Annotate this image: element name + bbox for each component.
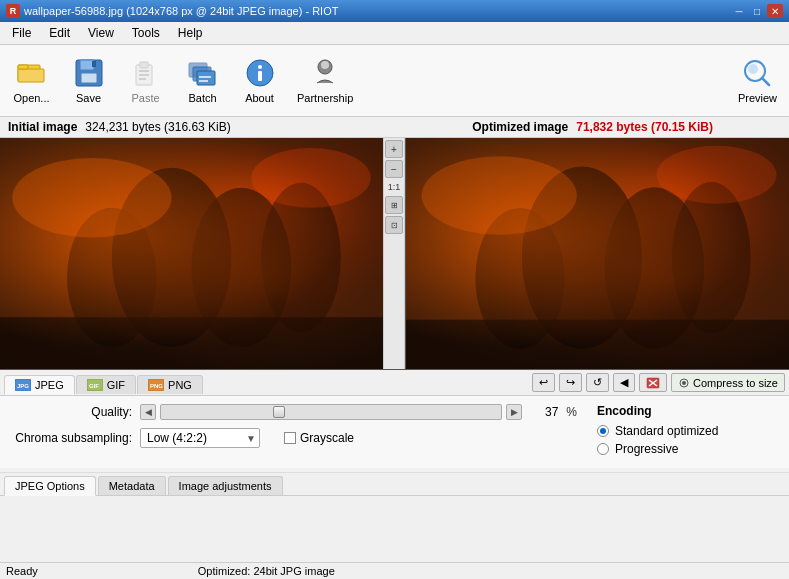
tab-image-adjustments[interactable]: Image adjustments bbox=[168, 476, 283, 495]
zoom-in-button[interactable]: + bbox=[385, 140, 403, 158]
actual-size-button[interactable]: ⊡ bbox=[385, 216, 403, 234]
about-label: About bbox=[245, 92, 274, 104]
tab-metadata-label: Metadata bbox=[109, 480, 155, 492]
tab-png[interactable]: PNG PNG bbox=[137, 375, 203, 394]
image-panel-right bbox=[405, 138, 789, 369]
batch-label: Batch bbox=[188, 92, 216, 104]
chroma-label: Chroma subsampling: bbox=[12, 431, 132, 445]
svg-rect-15 bbox=[199, 76, 211, 78]
svg-point-23 bbox=[748, 64, 758, 74]
zoom-out-button[interactable]: − bbox=[385, 160, 403, 178]
grayscale-checkbox[interactable]: Grayscale bbox=[284, 431, 354, 445]
preview-label: Preview bbox=[738, 92, 777, 104]
initial-size: 324,231 bytes (316.63 KiB) bbox=[85, 120, 230, 134]
side-controls: + − 1:1 ⊞ ⊡ bbox=[383, 138, 405, 369]
back-icon: ◀ bbox=[620, 376, 628, 389]
quality-slider-container: ◀ ▶ bbox=[140, 404, 522, 420]
encoding-progressive-label: Progressive bbox=[615, 442, 678, 456]
reset-icon: ↺ bbox=[593, 376, 602, 389]
encoding-label: Encoding bbox=[597, 404, 777, 418]
save-button[interactable]: Save bbox=[61, 51, 116, 111]
quality-value: 37 bbox=[530, 405, 558, 419]
tab-jpeg-label: JPEG bbox=[35, 379, 64, 391]
x-icon bbox=[646, 377, 660, 389]
optimized-label: Optimized image bbox=[472, 120, 568, 134]
paste-label: Paste bbox=[131, 92, 159, 104]
tab-png-label: PNG bbox=[168, 379, 192, 391]
app-icon: R bbox=[6, 4, 20, 18]
jpeg-icon: JPG bbox=[15, 379, 31, 391]
svg-rect-5 bbox=[81, 73, 97, 83]
quality-slider[interactable] bbox=[160, 404, 502, 420]
preview-button[interactable]: Preview bbox=[730, 51, 785, 111]
format-tabs-bar: JPG JPEG GIF GIF PNG PNG ↩ ↪ ↺ ◀ bbox=[0, 370, 789, 396]
partnership-button[interactable]: Partnership bbox=[289, 51, 361, 111]
title-bar: R wallpaper-56988.jpg (1024x768 px @ 24b… bbox=[0, 0, 789, 22]
image-area: + − 1:1 ⊞ ⊡ bbox=[0, 138, 789, 370]
compress-button[interactable]: Compress to size bbox=[671, 373, 785, 392]
toolbar: Open... Save Paste bbox=[0, 45, 789, 117]
gear-icon bbox=[678, 377, 690, 389]
tab-jpeg-options-label: JPEG Options bbox=[15, 480, 85, 492]
menu-tools[interactable]: Tools bbox=[124, 24, 168, 42]
svg-rect-2 bbox=[18, 65, 28, 69]
svg-rect-10 bbox=[139, 74, 149, 76]
maximize-button[interactable]: □ bbox=[749, 4, 765, 18]
svg-rect-6 bbox=[92, 61, 96, 67]
quality-slider-right-arrow[interactable]: ▶ bbox=[506, 404, 522, 420]
open-button[interactable]: Open... bbox=[4, 51, 59, 111]
menu-file[interactable]: File bbox=[4, 24, 39, 42]
encoding-progressive-option[interactable]: Progressive bbox=[597, 442, 777, 456]
encoding-progressive-radio[interactable] bbox=[597, 443, 609, 455]
tab-gif[interactable]: GIF GIF bbox=[76, 375, 136, 394]
menu-help[interactable]: Help bbox=[170, 24, 211, 42]
status-optimized: Optimized: 24bit JPG image bbox=[198, 565, 335, 577]
quality-slider-left-arrow[interactable]: ◀ bbox=[140, 404, 156, 420]
menu-view[interactable]: View bbox=[80, 24, 122, 42]
quality-label: Quality: bbox=[12, 405, 132, 419]
svg-point-18 bbox=[258, 65, 262, 69]
redo-icon: ↪ bbox=[566, 376, 575, 389]
svg-rect-4 bbox=[80, 60, 94, 70]
about-button[interactable]: About bbox=[232, 51, 287, 111]
redo-button[interactable]: ↪ bbox=[559, 373, 582, 392]
delete-button[interactable] bbox=[639, 373, 667, 392]
paste-button[interactable]: Paste bbox=[118, 51, 173, 111]
batch-button[interactable]: Batch bbox=[175, 51, 230, 111]
status-bar: Ready Optimized: 24bit JPG image bbox=[0, 562, 789, 579]
back-button[interactable]: ◀ bbox=[613, 373, 635, 392]
tab-jpeg-options[interactable]: JPEG Options bbox=[4, 476, 96, 496]
chroma-select[interactable]: Low (4:2:2) Medium (4:2:0) High (4:4:4) … bbox=[140, 428, 260, 448]
svg-line-24 bbox=[762, 78, 769, 85]
tab-gif-label: GIF bbox=[107, 379, 125, 391]
encoding-standard-radio[interactable] bbox=[597, 425, 609, 437]
svg-text:JPG: JPG bbox=[17, 383, 29, 389]
status-ready: Ready bbox=[6, 565, 38, 577]
reset-button[interactable]: ↺ bbox=[586, 373, 609, 392]
window-title: wallpaper-56988.jpg (1024x768 px @ 24bit… bbox=[24, 5, 338, 17]
info-bar: Initial image 324,231 bytes (316.63 KiB)… bbox=[0, 117, 789, 138]
tab-metadata[interactable]: Metadata bbox=[98, 476, 166, 495]
partnership-label: Partnership bbox=[297, 92, 353, 104]
svg-rect-11 bbox=[139, 78, 146, 80]
close-button[interactable]: ✕ bbox=[767, 4, 783, 18]
svg-rect-9 bbox=[139, 70, 149, 72]
svg-text:GIF: GIF bbox=[89, 383, 99, 389]
optimized-size: 71,832 bytes (70.15 KiB) bbox=[576, 120, 713, 134]
encoding-standard-option[interactable]: Standard optimized bbox=[597, 424, 777, 438]
minimize-button[interactable]: ─ bbox=[731, 4, 747, 18]
encoding-standard-label: Standard optimized bbox=[615, 424, 718, 438]
tab-jpeg[interactable]: JPG JPEG bbox=[4, 375, 75, 395]
svg-rect-8 bbox=[140, 62, 148, 68]
undo-icon: ↩ bbox=[539, 376, 548, 389]
menu-edit[interactable]: Edit bbox=[41, 24, 78, 42]
quality-percent: % bbox=[566, 405, 577, 419]
zoom-label: 1:1 bbox=[388, 182, 401, 192]
initial-label: Initial image bbox=[8, 120, 77, 134]
svg-rect-19 bbox=[258, 71, 262, 81]
image-panel-left bbox=[0, 138, 383, 369]
fit-button[interactable]: ⊞ bbox=[385, 196, 403, 214]
svg-rect-1 bbox=[18, 69, 44, 82]
grayscale-check[interactable] bbox=[284, 432, 296, 444]
undo-button[interactable]: ↩ bbox=[532, 373, 555, 392]
